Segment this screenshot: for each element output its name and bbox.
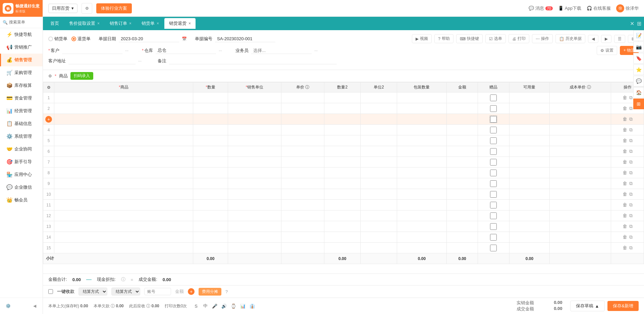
sidebar-item-operations[interactable]: 📊 经营管理 bbox=[0, 105, 43, 117]
sidebar-item-guide[interactable]: 🎯 新手引导 bbox=[0, 155, 43, 168]
qty-cell-8[interactable] bbox=[193, 168, 228, 178]
sidebar-item-purchase[interactable]: 🛒 采购管理 bbox=[0, 66, 43, 79]
sales-unit-cell-15[interactable] bbox=[228, 243, 281, 253]
available-cell-6[interactable] bbox=[509, 146, 550, 157]
available-cell-11[interactable] bbox=[509, 200, 550, 210]
right-panel-star[interactable]: ⭐ bbox=[633, 64, 644, 75]
gift-checkbox-5[interactable] bbox=[490, 137, 497, 144]
sidebar-item-wechat[interactable]: 💬 企业微信 bbox=[0, 181, 43, 194]
product-cell-7[interactable] bbox=[54, 157, 193, 168]
amount-cell-1[interactable] bbox=[446, 92, 478, 103]
app-download-btn[interactable]: 📱 App下载 bbox=[558, 5, 581, 11]
unit2-cell-2[interactable] bbox=[361, 103, 397, 114]
table-settings-icon[interactable]: ⚙ bbox=[48, 74, 52, 78]
qty2-cell-4[interactable] bbox=[324, 125, 361, 135]
history-btn[interactable]: 📋 历史单据 bbox=[555, 34, 585, 43]
sales-unit-cell-9[interactable] bbox=[228, 178, 281, 189]
unit2-cell-13[interactable] bbox=[361, 221, 397, 232]
gift-checkbox-1[interactable] bbox=[490, 95, 497, 101]
gift-cell-8[interactable] bbox=[478, 168, 509, 178]
unit-price-cell-6[interactable] bbox=[281, 146, 324, 157]
radio-delivery[interactable]: 销货单 bbox=[48, 36, 67, 42]
help-btn[interactable]: ? 帮助 bbox=[434, 34, 453, 43]
tab-close-sales-return[interactable]: × bbox=[189, 21, 191, 26]
qty-cell-3[interactable] bbox=[193, 114, 228, 125]
delete-btn-15[interactable]: 🗑 bbox=[623, 245, 627, 251]
copy-btn-13[interactable]: ⧉ bbox=[629, 224, 633, 229]
right-panel-camera[interactable]: 📷 bbox=[633, 42, 644, 52]
unit2-cell-4[interactable] bbox=[361, 125, 397, 135]
cost-price-cell-1[interactable] bbox=[550, 92, 611, 103]
gift-checkbox-6[interactable] bbox=[490, 148, 497, 155]
delete-btn-14[interactable]: 🗑 bbox=[623, 234, 627, 240]
qty2-cell-6[interactable] bbox=[324, 146, 361, 157]
sales-unit-cell-7[interactable] bbox=[228, 157, 281, 168]
pack-qty-cell-3[interactable] bbox=[397, 114, 447, 125]
unit-price-cell-2[interactable] bbox=[281, 103, 324, 114]
gift-cell-9[interactable] bbox=[478, 178, 509, 189]
unit-price-cell-10[interactable] bbox=[281, 189, 324, 200]
gift-checkbox-11[interactable] bbox=[490, 202, 497, 208]
qty2-cell-8[interactable] bbox=[324, 168, 361, 178]
sidebar-item-enterprise[interactable]: 🤝 企业协同 bbox=[0, 143, 43, 155]
delete-btn-9[interactable]: 🗑 bbox=[623, 181, 627, 186]
staff-dots[interactable]: ··· bbox=[314, 48, 318, 53]
unit2-cell-10[interactable] bbox=[361, 189, 397, 200]
sales-unit-cell-12[interactable] bbox=[228, 210, 281, 221]
customer-input[interactable] bbox=[62, 47, 122, 54]
available-cell-5[interactable] bbox=[509, 135, 550, 146]
settings-bottom-btn[interactable]: ⚙️ bbox=[3, 301, 13, 311]
cost-price-cell-4[interactable] bbox=[550, 125, 611, 135]
sidebar-item-sales[interactable]: 💰 销售管理 bbox=[0, 54, 43, 66]
delete-btn-3[interactable]: 🗑 bbox=[623, 116, 627, 122]
copy-btn-14[interactable]: ⧉ bbox=[629, 234, 633, 240]
cost-price-cell-11[interactable] bbox=[550, 200, 611, 210]
radio-return[interactable]: 退货单 bbox=[71, 36, 91, 42]
delete-btn-12[interactable]: 🗑 bbox=[623, 213, 627, 218]
unit2-cell-5[interactable] bbox=[361, 135, 397, 146]
sales-unit-cell-3[interactable] bbox=[228, 114, 281, 125]
gift-cell-15[interactable] bbox=[478, 243, 509, 253]
cost-price-cell-13[interactable] bbox=[550, 221, 611, 232]
delete-btn-6[interactable]: 🗑 bbox=[623, 148, 627, 154]
copy-btn-3[interactable]: ⧉ bbox=[629, 116, 633, 122]
video-btn[interactable]: ▶ 视频 bbox=[412, 34, 432, 43]
product-cell-6[interactable] bbox=[54, 146, 193, 157]
gift-cell-5[interactable] bbox=[478, 135, 509, 146]
doc-num-input[interactable] bbox=[215, 36, 275, 42]
sidebar-item-basic[interactable]: 📋 基础信息 bbox=[0, 117, 43, 130]
add-payment-btn[interactable]: + bbox=[188, 288, 195, 295]
scan-btn[interactable]: 扫码录入 bbox=[70, 72, 93, 80]
pack-qty-cell-8[interactable] bbox=[397, 168, 447, 178]
pack-qty-cell-15[interactable] bbox=[397, 243, 447, 253]
amount-cell-5[interactable] bbox=[446, 135, 478, 146]
pack-qty-cell-5[interactable] bbox=[397, 135, 447, 146]
available-cell-1[interactable] bbox=[509, 92, 550, 103]
available-cell-14[interactable] bbox=[509, 232, 550, 243]
cost-price-cell-14[interactable] bbox=[550, 232, 611, 243]
unit-price-cell-5[interactable] bbox=[281, 135, 324, 146]
search-menu[interactable]: 🔍 搜索菜单 bbox=[0, 17, 43, 28]
available-cell-7[interactable] bbox=[509, 157, 550, 168]
settlement-select[interactable]: 结算方式 bbox=[78, 288, 107, 296]
copy-btn-9[interactable]: ⧉ bbox=[629, 181, 633, 186]
settings-btn[interactable]: ⚙ 设置 bbox=[597, 46, 617, 55]
sales-unit-cell-10[interactable] bbox=[228, 189, 281, 200]
unit-price-cell-14[interactable] bbox=[281, 232, 324, 243]
gift-checkbox-15[interactable] bbox=[490, 245, 497, 251]
gift-cell-10[interactable] bbox=[478, 189, 509, 200]
user-profile-btn[interactable]: 徐 徐泽华 bbox=[616, 4, 639, 12]
tab-close-price-settings[interactable]: × bbox=[97, 21, 100, 26]
cost-price-cell-5[interactable] bbox=[550, 135, 611, 146]
gift-cell-11[interactable] bbox=[478, 200, 509, 210]
sidebar-item-appstore[interactable]: 🏪 应用中心 bbox=[0, 168, 43, 181]
product-cell-9[interactable] bbox=[54, 178, 193, 189]
available-cell-2[interactable] bbox=[509, 103, 550, 114]
gift-checkbox-13[interactable] bbox=[490, 223, 497, 230]
qty2-cell-13[interactable] bbox=[324, 221, 361, 232]
qty2-cell-5[interactable] bbox=[324, 135, 361, 146]
date-input[interactable] bbox=[119, 36, 179, 42]
unit-price-cell-3[interactable] bbox=[281, 114, 324, 125]
sales-unit-cell-13[interactable] bbox=[228, 221, 281, 232]
delete-btn-7[interactable]: 🗑 bbox=[623, 159, 627, 165]
